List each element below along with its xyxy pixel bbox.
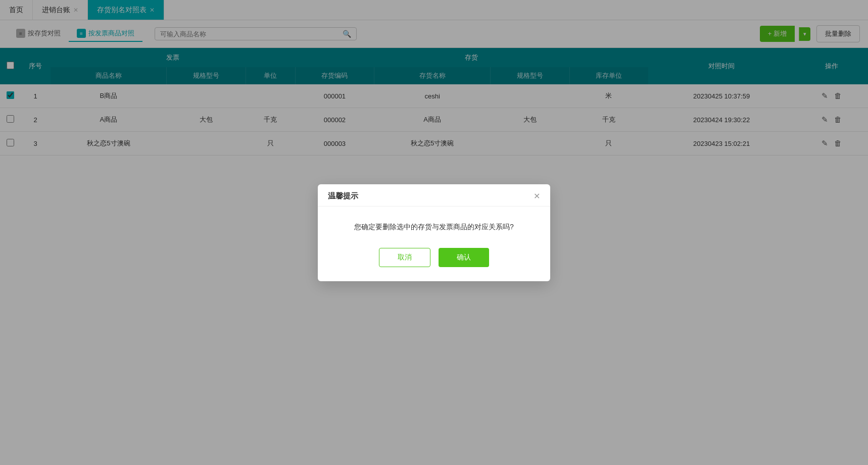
dialog-body: 您确定要删除选中的存货与发票商品的对应关系吗? bbox=[318, 206, 550, 244]
dialog-header: 温馨提示 ✕ bbox=[318, 184, 550, 206]
dialog-confirm-button[interactable]: 确认 bbox=[439, 248, 489, 267]
dialog-close-button[interactable]: ✕ bbox=[534, 191, 540, 201]
dialog-cancel-button[interactable]: 取消 bbox=[379, 248, 430, 267]
delete-confirm-overlay: 温馨提示 ✕ 您确定要删除选中的存货与发票商品的对应关系吗? 取消 确认 bbox=[0, 0, 868, 465]
dialog-message: 您确定要删除选中的存货与发票商品的对应关系吗? bbox=[354, 223, 514, 231]
dialog-footer: 取消 确认 bbox=[318, 244, 550, 281]
delete-confirm-dialog: 温馨提示 ✕ 您确定要删除选中的存货与发票商品的对应关系吗? 取消 确认 bbox=[318, 184, 550, 281]
dialog-title: 温馨提示 bbox=[328, 191, 358, 201]
